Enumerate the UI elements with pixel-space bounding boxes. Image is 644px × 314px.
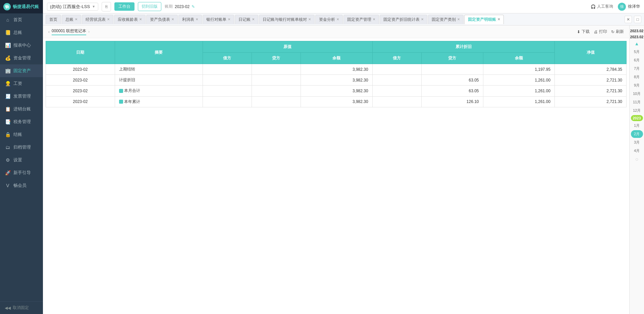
timeline-month-3[interactable]: 3月 xyxy=(631,139,643,146)
tab-fixed-detail[interactable]: 固定资产明细账 ✕ xyxy=(464,15,504,24)
copy-button[interactable]: ⎘ xyxy=(102,2,111,11)
timeline-month-11[interactable]: 11月 xyxy=(631,98,643,106)
timeline-panel: 2023.02 2023.02 ▲ 5月 6月 7月 8月 9月 10月 11月… xyxy=(629,25,644,314)
sales-icon: 📋 xyxy=(5,106,11,112)
user-menu[interactable]: 徐 徐泽华 xyxy=(618,3,640,11)
tab-fixed-type-close[interactable]: ✕ xyxy=(457,18,460,21)
sidebar-item-label: 资金管理 xyxy=(13,55,31,61)
download-btn[interactable]: ⬇ 下载 xyxy=(577,29,590,35)
sidebar-item-archive[interactable]: 🗂 归档管理 xyxy=(0,141,43,154)
timeline-top-year1: 2023.02 xyxy=(630,28,644,34)
app-name: 畅捷通易代账 xyxy=(13,4,39,10)
topbar-right: 🎧 人工客询 徐 徐泽华 xyxy=(591,3,640,11)
tab-bank-close[interactable]: ✕ xyxy=(228,18,230,21)
sidebar-item-fixed-assets[interactable]: 🏢 固定资产 xyxy=(0,64,43,77)
refresh-label: 刷新 xyxy=(616,29,624,35)
tab-business[interactable]: 经营状况表 ✕ xyxy=(82,15,113,24)
content-area: ‹ 000001 联想笔记本 › ⬇ 下载 🖨 打印 ↻ 刷新 xyxy=(43,25,644,314)
sidebar-item-funds[interactable]: 💰 资金管理 xyxy=(0,52,43,64)
timeline-month-9[interactable]: 9月 xyxy=(631,82,643,89)
sidebar-item-home[interactable]: ⌂ 首页 xyxy=(0,13,43,26)
col-header-accumulated: 累计折旧 xyxy=(372,41,555,53)
sidebar-item-invoices[interactable]: 🧾 发票管理 xyxy=(0,90,43,103)
sidebar-item-reports[interactable]: 📊 报表中心 xyxy=(0,39,43,52)
tab-fixed-dep-close[interactable]: ✕ xyxy=(421,18,424,21)
sidebar-item-settings[interactable]: ⚙ 设置 xyxy=(0,154,43,166)
customer-service-btn[interactable]: 🎧 人工客询 xyxy=(591,4,613,9)
timeline-month-12[interactable]: 12月 xyxy=(631,107,643,114)
timeline-month-1[interactable]: 1月 xyxy=(631,122,643,129)
avatar-initials: 徐 xyxy=(620,4,624,9)
tab-ledger[interactable]: 总账 ✕ xyxy=(62,15,81,24)
timeline-month-2-active[interactable]: 2月 xyxy=(631,130,643,138)
period-edit-icon[interactable]: ✎ xyxy=(192,4,195,9)
tab-balance[interactable]: 资产负债表 ✕ xyxy=(146,15,178,24)
workbench-button[interactable]: 工作台 xyxy=(114,2,135,11)
tab-journal-close[interactable]: ✕ xyxy=(252,18,255,21)
tab-balance-close[interactable]: ✕ xyxy=(171,18,174,21)
tab-profit[interactable]: 利润表 ✕ xyxy=(178,15,202,24)
home-icon: ⌂ xyxy=(5,17,11,22)
tab-business-close[interactable]: ✕ xyxy=(107,18,110,21)
col-header-netval: 净值 xyxy=(555,41,627,64)
breadcrumb-back-btn[interactable]: ‹ xyxy=(48,30,50,34)
tab-fixed-mgmt[interactable]: 固定资产管理 ✕ xyxy=(343,15,379,24)
tab-bank[interactable]: 银行对账单 ✕ xyxy=(203,15,234,24)
tab-journal-bank[interactable]: 日记账与银行对账单核对 ✕ xyxy=(259,15,315,24)
print-btn[interactable]: 🖨 打印 xyxy=(594,29,607,35)
sidebar-item-label: 进销台账 xyxy=(13,106,31,112)
tab-business-label: 经营状况表 xyxy=(86,17,106,22)
timeline-month-7[interactable]: 7月 xyxy=(631,65,643,72)
closing-icon: 🔒 xyxy=(5,132,11,137)
timeline-month-5[interactable]: 5月 xyxy=(631,48,643,56)
company-name: (勿动) 江西服垒-LSS xyxy=(50,4,90,10)
timeline-month-8[interactable]: 8月 xyxy=(631,73,643,81)
fixed-asset-detail-table: 日期 摘要 原值 累计折旧 净值 借方 贷方 余额 借方 贷方 余额 xyxy=(46,41,627,107)
timeline-bottom-icon: ○ xyxy=(635,156,639,162)
period-value: 2023-02 xyxy=(175,4,190,9)
col-acc-balance: 余额 xyxy=(483,53,555,64)
logo-icon: 畅 xyxy=(3,3,11,10)
sidebar-item-tax[interactable]: 📑 税务管理 xyxy=(0,115,43,128)
refresh-btn[interactable]: ↻ 刷新 xyxy=(611,29,624,35)
tab-journal[interactable]: 日记账 ✕ xyxy=(235,15,258,24)
switch-version-button[interactable]: 切到旧版 xyxy=(138,2,161,11)
tab-ledger-close[interactable]: ✕ xyxy=(75,18,77,21)
tab-receivable[interactable]: 应收账龄表 ✕ xyxy=(114,15,146,24)
tab-receivable-close[interactable]: ✕ xyxy=(139,18,142,21)
timeline-month-4[interactable]: 4月 xyxy=(631,147,643,155)
timeline-month-10[interactable]: 10月 xyxy=(631,90,643,98)
timeline-up-btn[interactable]: ▲ xyxy=(633,40,641,48)
table-row: 2023-02上期结转3,982.301,197.952,784.35 xyxy=(46,64,627,75)
timeline-month-6[interactable]: 6月 xyxy=(631,56,643,64)
sidebar-item-label: 发票管理 xyxy=(13,93,31,99)
sidebar: 畅 畅捷通易代账 ⌂ 首页 📒 总账 📊 报表中心 💰 资金管理 🏢 固定资产 … xyxy=(0,0,43,314)
sidebar-item-closing[interactable]: 🔒 结账 xyxy=(0,128,43,141)
tab-fixed-mgmt-close[interactable]: ✕ xyxy=(373,18,375,21)
tab-fund-analysis[interactable]: 资金分析 ✕ xyxy=(315,15,343,24)
tab-home[interactable]: 首页 xyxy=(46,15,61,24)
sidebar-item-vip[interactable]: V 畅会员 xyxy=(0,179,43,192)
sidebar-item-ledger[interactable]: 📒 总账 xyxy=(0,26,43,39)
tab-receivable-label: 应收账龄表 xyxy=(118,17,138,22)
funds-icon: 💰 xyxy=(5,55,11,61)
sidebar-item-wages[interactable]: 👷 工资 xyxy=(0,77,43,90)
company-selector[interactable]: (勿动) 江西服垒-LSS ▼ xyxy=(47,3,98,11)
company-arrow-icon: ▼ xyxy=(92,5,95,8)
tab-fund-analysis-close[interactable]: ✕ xyxy=(336,18,339,21)
sidebar-item-guide[interactable]: 🚀 新手引导 xyxy=(0,166,43,179)
tab-fixed-type[interactable]: 固定资产类别 ✕ xyxy=(428,15,464,24)
sidebar-item-sales-ledger[interactable]: 📋 进销台账 xyxy=(0,103,43,115)
close-other-tabs-btn[interactable]: ✕ xyxy=(625,16,632,23)
maximize-tab-btn[interactable]: □ xyxy=(634,16,641,23)
breadcrumb-item: 000001 联想笔记本 xyxy=(52,28,86,35)
tab-profit-close[interactable]: ✕ xyxy=(196,18,198,21)
tab-fixed-dep[interactable]: 固定资产折旧统计表 ✕ xyxy=(380,15,427,24)
tab-journal-bank-label: 日记账与银行对账单核对 xyxy=(263,17,307,22)
sidebar-unpin-btn[interactable]: ◀◀ 取消固定 xyxy=(0,301,43,314)
tab-fixed-detail-close[interactable]: ✕ xyxy=(497,18,500,21)
archive-icon: 🗂 xyxy=(5,145,11,150)
tab-ledger-label: 总账 xyxy=(65,17,73,22)
unpin-icon: ◀◀ xyxy=(5,306,11,310)
tab-journal-bank-close[interactable]: ✕ xyxy=(308,18,311,21)
